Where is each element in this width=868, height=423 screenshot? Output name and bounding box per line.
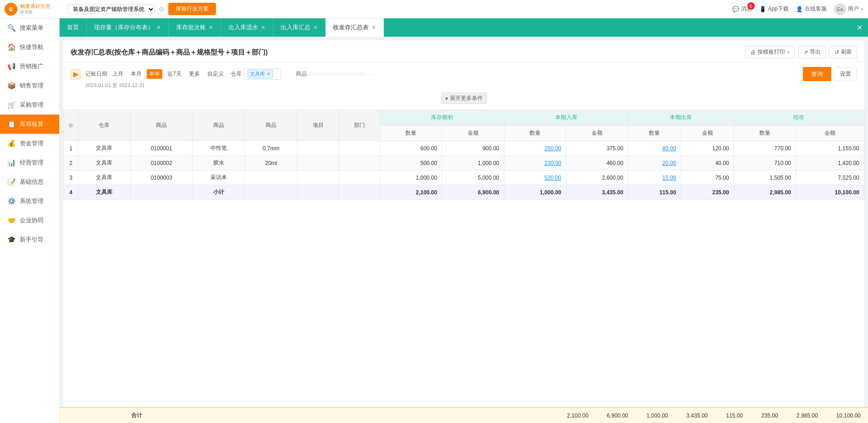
tab-close-in-out-summary[interactable]: ✕ xyxy=(313,24,318,31)
table-row: 2 文具库 0100002 胶水 20ml 500.00 1,000.00 23… xyxy=(64,156,864,170)
download-icon: 📱 xyxy=(759,6,766,12)
filter-toggle-button[interactable]: ▶ xyxy=(71,69,81,79)
settings-icon[interactable]: ⚙ xyxy=(159,5,165,13)
app-download-button[interactable]: 📱 App下载 xyxy=(759,5,789,13)
row-warehouse: 文具库 xyxy=(78,141,131,156)
sidebar-item-quick-nav[interactable]: 🏠 快捷导航 xyxy=(0,38,59,57)
tabs-close-all[interactable]: ✕ xyxy=(851,23,868,32)
goods-filter: 商品 ··· xyxy=(296,70,375,78)
sales-icon: 📦 xyxy=(7,82,16,90)
finance-icon: 💰 xyxy=(7,139,16,148)
search-icon: 🔍 xyxy=(7,24,16,32)
page-title: 收发存汇总表(按仓库＋商品编码＋商品＋规格型号＋项目＋部门) xyxy=(71,48,268,57)
message-button[interactable]: 💬 消息 6 xyxy=(732,5,752,13)
tab-close-recv-send-summary[interactable]: ✕ xyxy=(371,24,376,31)
sidebar-item-inventory[interactable]: 📋 库存核算 xyxy=(0,115,59,134)
footer-out-amt: 235.00 xyxy=(761,412,778,419)
row-out-qty[interactable]: 20.00 xyxy=(628,156,681,170)
logo-text: 畅捷通好生意 xyxy=(20,3,50,9)
sidebar-item-purchase[interactable]: 🛒 采购管理 xyxy=(0,95,59,115)
footer-in-amt: 3,435.00 xyxy=(686,412,708,419)
footer-opening-qty: 2,100.00 xyxy=(567,412,589,419)
col-opening-amt-header: 金额 xyxy=(442,126,504,141)
tab-close-in-out-flow[interactable]: ✕ xyxy=(261,24,265,31)
row-out-qty[interactable]: 15.00 xyxy=(628,170,681,185)
row-balance-amt: 7,525.00 xyxy=(796,170,864,185)
table-settings-icon[interactable]: ⚙ xyxy=(68,122,73,129)
tab-home[interactable]: 首页 xyxy=(60,18,87,37)
sidebar-item-sales[interactable]: 📦 销售管理 xyxy=(0,76,59,95)
goods-tag-input[interactable] xyxy=(310,73,365,76)
setting-button[interactable]: 设置 xyxy=(834,67,857,81)
row-balance-qty: 1,505.00 xyxy=(734,170,796,185)
col-in-amt-header: 金额 xyxy=(566,126,628,141)
col-settings-header[interactable]: ⚙ xyxy=(64,110,78,141)
logo-icon: 6 xyxy=(5,3,17,16)
date-btn-7days[interactable]: 近7天 xyxy=(165,69,184,79)
tab-recv-send-summary[interactable]: 收发存汇总表 ✕ xyxy=(326,18,384,37)
sidebar-item-system[interactable]: ⚙️ 系统管理 xyxy=(0,192,59,211)
data-table: ⚙ 仓库 商品 商品 商品 项目 部门 库存期初 本期入库 本期出库 xyxy=(63,110,864,200)
row-dept xyxy=(339,156,380,170)
export-icon: ↗ xyxy=(803,49,808,55)
query-button[interactable]: 查询 xyxy=(803,67,831,81)
trial-button[interactable]: 体验行业方案 xyxy=(168,3,216,15)
tab-close-stock-dist[interactable]: ✕ xyxy=(156,24,161,31)
row-in-qty[interactable]: 250.00 xyxy=(504,141,566,156)
sidebar-item-enterprise[interactable]: 🤝 企业协同 xyxy=(0,211,59,230)
warehouse-tag-close[interactable]: ✕ xyxy=(266,71,271,77)
row-balance-qty: 710.00 xyxy=(734,156,796,170)
row-goods-code: 0100002 xyxy=(130,156,192,170)
tab-in-out-flow[interactable]: 出入库流水 ✕ xyxy=(221,18,273,37)
row-opening-amt: 1,000.00 xyxy=(442,156,504,170)
row-dept xyxy=(339,185,380,200)
row-warehouse: 文具库 xyxy=(78,185,131,200)
goods-more[interactable]: ··· xyxy=(367,71,375,77)
sidebar-item-search[interactable]: 🔍 搜索菜单 xyxy=(0,18,59,38)
sidebar-item-finance[interactable]: 💰 资金管理 xyxy=(0,134,59,153)
row-in-qty[interactable]: 520.00 xyxy=(504,170,566,185)
row-in-qty[interactable]: 230.00 xyxy=(504,156,566,170)
row-out-qty[interactable]: 80.00 xyxy=(628,141,681,156)
row-in-amt: 375.00 xyxy=(566,141,628,156)
row-opening-amt: 900.00 xyxy=(442,141,504,156)
col-goods-name-header: 商品 xyxy=(193,110,245,141)
tab-in-out-summary[interactable]: 出入库汇总 ✕ xyxy=(273,18,326,37)
warehouse-more[interactable]: ··· xyxy=(284,71,291,77)
row-goods-spec xyxy=(245,185,298,200)
date-btn-last-month[interactable]: 上月 xyxy=(110,69,126,79)
export-button[interactable]: ↗ 导出 xyxy=(798,46,826,58)
row-goods-name: 采访本 xyxy=(193,170,245,185)
sidebar-item-operation[interactable]: 📊 经营管理 xyxy=(0,153,59,172)
tab-stock-dist[interactable]: 现存量（库存分布表） ✕ xyxy=(87,18,169,37)
print-button[interactable]: 🖨 按模板打印 ▾ xyxy=(745,46,795,58)
sidebar-item-marketing[interactable]: 📢 营销推广 xyxy=(0,57,59,76)
sidebar-item-basic-info[interactable]: 📝 基础信息 xyxy=(0,172,59,192)
date-btn-this-year[interactable]: 本年 xyxy=(147,69,162,79)
row-no: 2 xyxy=(64,156,78,170)
date-btn-more[interactable]: 更多 xyxy=(187,69,202,79)
tab-close-batch-ledger[interactable]: ✕ xyxy=(209,24,213,31)
chevron-down-icon: ▾ xyxy=(861,6,863,12)
row-out-amt: 120.00 xyxy=(681,141,734,156)
online-service-button[interactable]: 👤 在线客服 xyxy=(796,5,827,13)
refresh-button[interactable]: ↺ 刷新 xyxy=(829,46,857,58)
row-goods-code: 0100001 xyxy=(130,141,192,156)
expand-filter-button[interactable]: ▾ 展开更多条件 xyxy=(441,93,487,104)
warehouse-tag-input[interactable]: 文具库 ✕ xyxy=(244,68,281,80)
table-row: 3 文具库 0100003 采访本 1,000.00 5,000.00 520.… xyxy=(64,170,864,185)
guide-icon: 🎓 xyxy=(7,236,16,244)
row-in-amt: 460.00 xyxy=(566,156,628,170)
col-in-header: 本期入库 xyxy=(504,110,628,126)
tab-batch-ledger[interactable]: 库存批次账 ✕ xyxy=(169,18,221,37)
user-menu[interactable]: Ea 用户 ▾ xyxy=(834,3,863,15)
sidebar-item-guide[interactable]: 🎓 新手引导 xyxy=(0,230,59,249)
date-btn-custom[interactable]: 自定义 xyxy=(205,69,226,79)
row-goods-spec: 0.7mm xyxy=(245,141,298,156)
footer-out-qty: 115.00 xyxy=(726,412,743,419)
row-balance-amt: 1,155.00 xyxy=(796,141,864,156)
chevron-down-icon: ▾ xyxy=(787,49,790,55)
date-btn-this-month[interactable]: 本月 xyxy=(128,69,144,79)
system-select[interactable]: 装备及固定资产辅助管理系统 xyxy=(68,4,155,14)
marketing-icon: 📢 xyxy=(7,62,16,71)
